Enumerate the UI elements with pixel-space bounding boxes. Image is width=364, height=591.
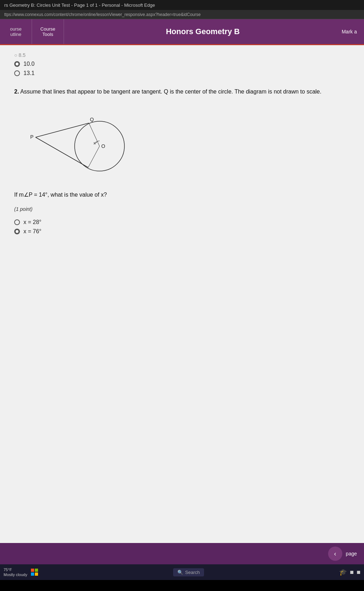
question-2-block: 2. Assume that lines that appear to be t… <box>14 87 350 235</box>
page-label: page <box>346 551 357 557</box>
label-q: Q <box>90 117 94 122</box>
course-outline-label1: ourse <box>10 26 22 32</box>
search-icon: 🔍 <box>177 570 183 575</box>
weather-info: 75°F Mostly cloudy <box>4 567 27 577</box>
label-x-degrees: x° <box>93 141 97 145</box>
radio-selected-10 <box>14 61 20 67</box>
black-area <box>0 580 364 591</box>
bottom-nav: ‹ page <box>0 543 364 564</box>
radio-76 <box>14 229 20 234</box>
windows-start-button[interactable] <box>31 569 38 576</box>
temperature: 75°F <box>4 567 27 572</box>
points-label: (1 point) <box>14 206 350 212</box>
svg-line-4 <box>88 146 100 167</box>
browser-icon: ■ <box>357 569 360 576</box>
search-label: Search <box>185 570 200 575</box>
folder-icon: ■ <box>350 569 354 576</box>
main-content: ○ 8.5 10.0 13.1 2. Assume that lines tha… <box>0 45 364 543</box>
browser-title: rs Geometry B: Circles Unit Test - Page … <box>4 2 155 8</box>
taskbar-search-bar[interactable]: 🔍 Search <box>173 568 204 576</box>
radio-28 <box>14 219 20 225</box>
answer-option-selected-10[interactable]: 10.0 <box>14 61 350 67</box>
question-2-body: Assume that lines that appear to be tang… <box>20 89 321 95</box>
if-angle-text: If m∠P = 14°, what is the value of x? <box>14 190 350 199</box>
graduation-icon: 🎓 <box>339 568 347 576</box>
taskbar-system-icons: 🎓 ■ ■ <box>339 568 360 576</box>
nav-header: ourse utline Course Tools Honors Geometr… <box>0 19 364 44</box>
page-title: Honors Geometry B <box>64 27 342 36</box>
radio-unselected-131 <box>14 70 20 76</box>
svg-line-1 <box>36 123 89 137</box>
course-tools-label2: Tools <box>42 32 53 37</box>
prev-page-button[interactable]: ‹ <box>328 547 342 561</box>
url-text: ttps://www.connexus.com/content/chrome/o… <box>4 12 200 17</box>
option-28-label: x = 28° <box>23 219 41 225</box>
course-tools-label1: Course <box>41 26 55 32</box>
answer-option-131[interactable]: 13.1 <box>14 70 350 76</box>
label-o: O <box>101 143 105 149</box>
answer-section-q2: x = 28° x = 76° <box>14 219 350 235</box>
geometry-diagram: P Q O x° <box>25 103 132 182</box>
answer-option-28[interactable]: x = 28° <box>14 219 350 225</box>
course-tools-nav[interactable]: Course Tools <box>32 19 64 44</box>
course-outline-label2: utline <box>10 32 21 37</box>
if-angle-body: If m∠P = 14°, what is the value of x? <box>14 192 107 198</box>
course-outline-nav[interactable]: ourse utline <box>0 19 32 44</box>
answer-option-76[interactable]: x = 76° <box>14 228 350 235</box>
prev-option-crossed: ○ 8.5 <box>14 52 350 58</box>
label-p: P <box>30 134 33 140</box>
weather-condition: Mostly cloudy <box>4 572 27 577</box>
question-number: 2. <box>14 89 19 95</box>
option-131-label: 13.1 <box>23 70 34 76</box>
title-bar: rs Geometry B: Circles Unit Test - Page … <box>0 0 364 10</box>
diagram-container: P Q O x° <box>25 103 350 183</box>
option-76-label: x = 76° <box>23 228 41 235</box>
svg-line-2 <box>36 137 88 167</box>
mark-label: Mark a <box>342 29 364 34</box>
taskbar: 75°F Mostly cloudy 🔍 Search 🎓 ■ ■ <box>0 564 364 580</box>
address-bar: ttps://www.connexus.com/content/chrome/o… <box>0 10 364 19</box>
option-10-label: 10.0 <box>23 61 34 67</box>
question-2-text: 2. Assume that lines that appear to be t… <box>14 87 350 96</box>
